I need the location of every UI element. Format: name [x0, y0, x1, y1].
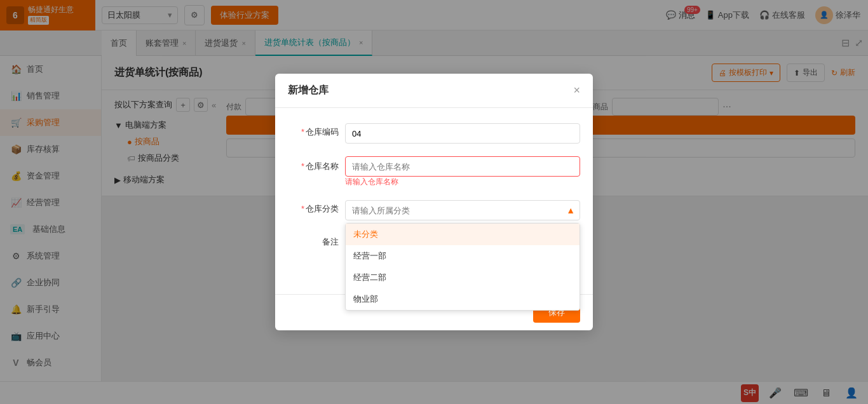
category-input[interactable] — [345, 200, 580, 220]
name-input[interactable] — [345, 156, 580, 177]
dropdown-item-dept2[interactable]: 经营二部 — [346, 267, 580, 288]
code-input[interactable] — [345, 123, 580, 144]
remark-label: 备注 — [288, 233, 345, 251]
modal-close-button[interactable]: × — [573, 84, 580, 97]
modal-body: 仓库编码 仓库名称 请输入仓库名称 仓库分类 ▲ — [275, 108, 593, 294]
modal-title: 新增仓库 — [288, 84, 329, 97]
dropdown-item-uncategorized[interactable]: 未分类 — [346, 224, 580, 245]
dropdown-item-dept1[interactable]: 经营一部 — [346, 245, 580, 267]
category-label: 仓库分类 — [288, 200, 345, 218]
name-error-message: 请输入仓库名称 — [345, 177, 398, 187]
category-dropdown: 未分类 经营一部 经营二部 物业部 — [345, 223, 580, 311]
code-form-row: 仓库编码 — [288, 123, 580, 144]
name-form-row: 仓库名称 请输入仓库名称 — [288, 156, 580, 187]
modal-header: 新增仓库 × — [275, 74, 593, 108]
category-chevron-icon[interactable]: ▲ — [566, 205, 575, 215]
code-label: 仓库编码 — [288, 123, 345, 141]
name-label: 仓库名称 — [288, 158, 345, 175]
dropdown-item-dept3[interactable]: 物业部 — [346, 288, 580, 310]
category-form-row: 仓库分类 ▲ 未分类 经营一部 经营二部 物业部 — [288, 200, 580, 220]
modal-overlay[interactable]: 新增仓库 × 仓库编码 仓库名称 请输入仓库名称 仓库分类 — [0, 0, 868, 404]
category-select-wrap: ▲ 未分类 经营一部 经营二部 物业部 — [345, 200, 580, 220]
new-warehouse-modal: 新增仓库 × 仓库编码 仓库名称 请输入仓库名称 仓库分类 — [275, 74, 593, 330]
